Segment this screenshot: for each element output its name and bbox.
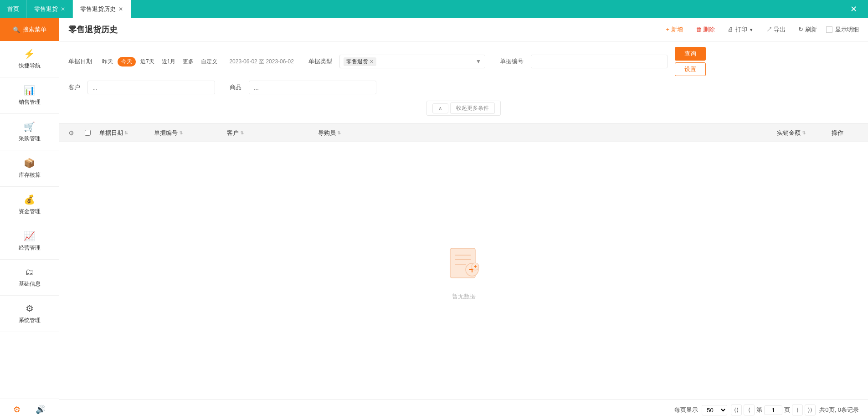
window-close-button[interactable]: ✕ <box>847 2 861 16</box>
sidebar-item-purchase[interactable]: 🛒 采购管理 <box>0 114 59 150</box>
collapse-label: 收起更多条件 <box>450 102 495 114</box>
system-icon: ⚙ <box>26 303 34 314</box>
th-guide[interactable]: 导购员 ⇅ <box>314 129 773 137</box>
customer-filter-label: 客户 <box>68 83 80 92</box>
top-bar-right: ✕ <box>847 2 868 16</box>
goods-filter-input[interactable] <box>249 81 376 94</box>
page-input[interactable] <box>764 405 782 415</box>
table-header: ⚙ 单据日期 ⇅ 单据编号 ⇅ 客户 ⇅ 导购员 <box>59 124 868 142</box>
page-label: 第 <box>756 406 762 414</box>
sidebar-search[interactable]: 🔍 搜索菜单 <box>0 18 59 41</box>
date-btn-1month[interactable]: 近1月 <box>159 57 179 67</box>
sidebar-item-sales[interactable]: 📊 销售管理 <box>0 77 59 114</box>
sidebar-item-inventory-label: 库存核算 <box>19 171 41 179</box>
th-select-all[interactable] <box>79 130 96 136</box>
sidebar-item-sales-label: 销售管理 <box>19 98 41 106</box>
sidebar-item-quick-nav[interactable]: ⚡ 快捷导航 <box>0 41 59 77</box>
th-date[interactable]: 单据日期 ⇅ <box>96 129 150 137</box>
number-filter-input[interactable] <box>531 55 668 68</box>
sidebar-item-finance[interactable]: 💰 资金管理 <box>0 187 59 223</box>
sidebar: 🔍 搜索菜单 ⚡ 快捷导航 📊 销售管理 🛒 采购管理 📦 库存核算 💰 <box>0 18 59 420</box>
settings-footer-icon[interactable]: ⚙ <box>13 405 21 415</box>
top-bar: 首页 零售退货 ✕ 零售退货历史 ✕ ✕ <box>0 0 868 18</box>
page-last-button[interactable]: ⟩⟩ <box>805 405 816 415</box>
page-size-select[interactable]: 50 100 200 <box>702 405 727 415</box>
table-footer: 每页显示 50 100 200 ⟨⟨ ⟨ 第 页 ⟩ ⟩⟩ 共0页, 0条记录 <box>59 400 868 420</box>
print-button[interactable]: 🖨 打印 ▼ <box>724 24 757 36</box>
basic-info-icon: 🗂 <box>25 267 34 277</box>
th-customer-label: 客户 <box>227 129 239 137</box>
print-dropdown-icon: ▼ <box>749 27 754 32</box>
settings-icon: ⚙ <box>68 129 74 137</box>
th-date-sort: ⇅ <box>124 130 128 135</box>
sidebar-item-inventory[interactable]: 📦 库存核算 <box>0 150 59 187</box>
type-dropdown-arrow[interactable]: ▼ <box>476 58 481 65</box>
table-area: ⚙ 单据日期 ⇅ 单据编号 ⇅ 客户 ⇅ 导购员 <box>59 124 868 400</box>
th-ops: 操作 <box>828 129 864 137</box>
tab-retail-return-history[interactable]: 零售退货历史 ✕ <box>73 0 131 18</box>
empty-text: 暂无数据 <box>452 292 476 301</box>
select-all-checkbox[interactable] <box>85 130 91 136</box>
volume-footer-icon[interactable]: 🔊 <box>36 405 46 415</box>
date-btn-today[interactable]: 今天 <box>118 57 136 67</box>
refresh-button[interactable]: ↻ 刷新 <box>795 24 821 36</box>
customer-filter-input[interactable] <box>87 81 215 94</box>
tab-bar: 首页 零售退货 ✕ 零售退货历史 ✕ <box>0 0 847 18</box>
page-total-label: 共0页, 0条记录 <box>819 406 859 414</box>
sidebar-items: ⚡ 快捷导航 📊 销售管理 🛒 采购管理 📦 库存核算 💰 资金管理 📈 <box>0 41 59 399</box>
date-btn-7days[interactable]: 近7天 <box>138 57 157 67</box>
th-customer-sort: ⇅ <box>240 130 244 135</box>
sidebar-item-operations[interactable]: 📈 经营管理 <box>0 223 59 260</box>
collapse-up-icon: ∧ <box>432 103 448 113</box>
th-amount[interactable]: 实销金额 ⇅ <box>773 129 828 137</box>
type-filter-label: 单据类型 <box>308 57 332 66</box>
page-prev-button[interactable]: ⟨ <box>744 405 755 415</box>
display-toggle[interactable]: 显示明细 <box>826 26 859 34</box>
date-btn-yesterday[interactable]: 昨天 <box>99 57 116 67</box>
tab-retail-return-history-close[interactable]: ✕ <box>118 6 123 12</box>
delete-button[interactable]: 🗑 删除 <box>692 24 719 36</box>
th-number[interactable]: 单据编号 ⇅ <box>150 129 223 137</box>
tab-retail-return[interactable]: 零售退货 ✕ <box>27 0 73 18</box>
export-button[interactable]: ↗ 导出 <box>763 24 790 36</box>
filter-row-1: 单据日期 昨天 今天 近7天 近1月 更多 自定义 2023-06-02 至 2… <box>68 47 859 76</box>
new-button[interactable]: + 新增 <box>662 24 686 36</box>
empty-icon <box>441 241 487 287</box>
tab-retail-return-history-label: 零售退货历史 <box>80 5 116 13</box>
filter-row-2: 客户 商品 <box>68 81 859 94</box>
tab-retail-return-label: 零售退货 <box>34 5 58 13</box>
quick-nav-icon: ⚡ <box>24 48 35 59</box>
empty-state: 暂无数据 <box>59 142 868 400</box>
date-btn-custom[interactable]: 自定义 <box>198 57 220 67</box>
type-tag-close[interactable]: ✕ <box>370 59 374 65</box>
query-button[interactable]: 查询 <box>675 47 706 61</box>
page-first-button[interactable]: ⟨⟨ <box>731 405 742 415</box>
sidebar-item-system[interactable]: ⚙ 系统管理 <box>0 296 59 332</box>
filter-collapse[interactable]: ∧ 收起更多条件 <box>68 99 859 118</box>
display-checkbox[interactable] <box>826 26 832 33</box>
th-amount-sort: ⇅ <box>802 130 806 135</box>
date-filter-buttons: 昨天 今天 近7天 近1月 更多 自定义 <box>99 57 220 67</box>
content-area: 零售退货历史 + 新增 🗑 删除 🖨 打印 ▼ ↗ 导出 ↻ 刷新 显示明细 <box>59 18 868 420</box>
th-number-label: 单据编号 <box>154 129 178 137</box>
type-tag-label: 零售退货 <box>346 58 368 66</box>
tab-retail-return-close[interactable]: ✕ <box>61 6 65 12</box>
page-next-button[interactable]: ⟩ <box>792 405 803 415</box>
sidebar-item-basic-info[interactable]: 🗂 基础信息 <box>0 260 59 296</box>
th-guide-sort: ⇅ <box>337 130 341 135</box>
sales-icon: 📊 <box>24 85 35 96</box>
sidebar-item-operations-label: 经营管理 <box>19 244 41 252</box>
page-title: 零售退货历史 <box>68 24 118 35</box>
filter-area: 单据日期 昨天 今天 近7天 近1月 更多 自定义 2023-06-02 至 2… <box>59 41 868 123</box>
th-settings[interactable]: ⚙ <box>63 129 79 137</box>
th-amount-label: 实销金额 <box>777 129 801 137</box>
page-actions: + 新增 🗑 删除 🖨 打印 ▼ ↗ 导出 ↻ 刷新 显示明细 <box>662 24 859 36</box>
type-filter-input[interactable]: 零售退货 ✕ ▼ <box>339 55 485 68</box>
page-header: 零售退货历史 + 新增 🗑 删除 🖨 打印 ▼ ↗ 导出 ↻ 刷新 显示明细 <box>59 18 868 41</box>
tab-home[interactable]: 首页 <box>0 0 27 18</box>
th-customer[interactable]: 客户 ⇅ <box>223 129 314 137</box>
type-filter-tag: 零售退货 ✕ <box>344 57 376 66</box>
setting-button[interactable]: 设置 <box>675 62 706 76</box>
sidebar-item-system-label: 系统管理 <box>19 317 41 324</box>
date-btn-more[interactable]: 更多 <box>180 57 196 67</box>
